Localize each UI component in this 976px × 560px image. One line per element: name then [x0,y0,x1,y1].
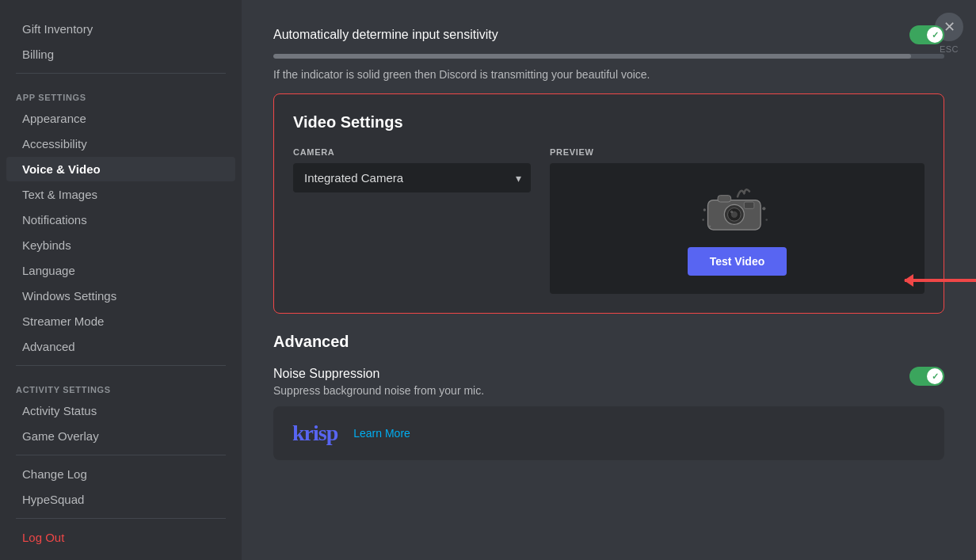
sidebar-item-change-log[interactable]: Change Log [6,462,235,486]
camera-column: CAMERA Integrated Camera ▾ [293,147,531,294]
sidebar-item-language[interactable]: Language [6,258,235,283]
noise-suppression-row: Noise Suppression Suppress background no… [273,367,944,397]
camera-illustration [698,182,777,238]
noise-toggle-knob: ✓ [927,368,943,384]
esc-label: ESC [940,44,959,54]
auto-sensitivity-section: Automatically determine input sensitivit… [273,19,944,81]
svg-point-4 [730,210,732,212]
main-content: ✕ ESC Automatically determine input sens… [242,0,976,560]
noise-suppression-toggle[interactable]: ✓ [909,367,944,386]
red-arrow-line [905,279,976,282]
sidebar-item-gift-inventory[interactable]: Gift Inventory [6,17,235,41]
sidebar-item-advanced[interactable]: Advanced [6,334,235,359]
krisp-box: krisp Learn More [273,406,944,460]
sidebar: Gift Inventory Billing APP SETTINGS Appe… [0,0,242,560]
sensitivity-progress-bar [273,54,944,59]
camera-label: CAMERA [293,147,531,157]
svg-rect-6 [744,202,754,208]
sidebar-divider-4 [16,518,226,519]
svg-point-8 [702,219,704,221]
video-settings-box: Video Settings CAMERA Integrated Camera … [273,93,944,314]
sensitivity-progress-fill [273,54,911,59]
app-settings-label: APP SETTINGS [0,80,242,105]
video-settings-grid: CAMERA Integrated Camera ▾ PREVIEW [293,147,925,294]
close-icon: ✕ [944,18,955,36]
svg-point-7 [703,208,705,211]
camera-select[interactable]: Integrated Camera [293,163,531,192]
preview-column: PREVIEW [550,147,925,294]
sidebar-item-notifications[interactable]: Notifications [6,208,235,232]
auto-sensitivity-row: Automatically determine input sensitivit… [273,19,944,51]
sidebar-item-appearance[interactable]: Appearance [6,106,235,131]
activity-settings-label: ACTIVITY SETTINGS [0,372,242,398]
sidebar-item-accessibility[interactable]: Accessibility [6,131,235,156]
red-arrow-container [905,279,976,282]
krisp-logo-text: krisp [292,421,337,445]
sidebar-item-game-overlay[interactable]: Game Overlay [6,424,235,448]
auto-sensitivity-toggle[interactable]: ✓ [909,25,944,44]
advanced-title: Advanced [273,333,944,351]
red-arrow-head [904,274,913,287]
toggle-checkmark: ✓ [932,30,939,40]
camera-select-wrapper: Integrated Camera ▾ [293,163,531,192]
sidebar-divider-3 [16,455,226,455]
sidebar-divider-1 [16,73,226,74]
krisp-learn-more-link[interactable]: Learn More [353,427,410,440]
sidebar-item-logout[interactable]: Log Out [6,525,235,550]
noise-suppression-subtitle: Suppress background noise from your mic. [273,384,909,397]
krisp-logo: krisp [292,421,337,446]
auto-sensitivity-label: Automatically determine input sensitivit… [273,28,498,42]
video-settings-title: Video Settings [293,113,925,131]
svg-point-9 [762,207,765,210]
noise-suppression-title: Noise Suppression [273,367,909,381]
noise-left: Noise Suppression Suppress background no… [273,367,909,397]
test-video-button[interactable]: Test Video [688,247,787,276]
sidebar-item-streamer-mode[interactable]: Streamer Mode [6,309,235,333]
advanced-section: Advanced Noise Suppression Suppress back… [273,333,944,460]
sidebar-item-activity-status[interactable]: Activity Status [6,398,235,423]
preview-box: Test Video [550,163,925,294]
svg-rect-5 [718,195,731,201]
sidebar-top-items: Gift Inventory Billing [0,17,242,67]
toggle-knob: ✓ [927,27,943,43]
svg-point-10 [765,219,768,221]
svg-point-11 [708,225,711,227]
sidebar-item-text-images[interactable]: Text & Images [6,182,235,207]
sidebar-divider-2 [16,365,226,366]
sidebar-item-voice-video[interactable]: Voice & Video [6,157,235,181]
sidebar-item-hypesquad[interactable]: HypeSquad [6,487,235,512]
sidebar-item-billing[interactable]: Billing [6,42,235,67]
sidebar-item-keybinds[interactable]: Keybinds [6,233,235,257]
preview-label: PREVIEW [550,147,925,157]
sensitivity-hint: If the indicator is solid green then Dis… [273,68,944,81]
sidebar-item-windows-settings[interactable]: Windows Settings [6,284,235,308]
noise-toggle-checkmark: ✓ [932,371,939,382]
